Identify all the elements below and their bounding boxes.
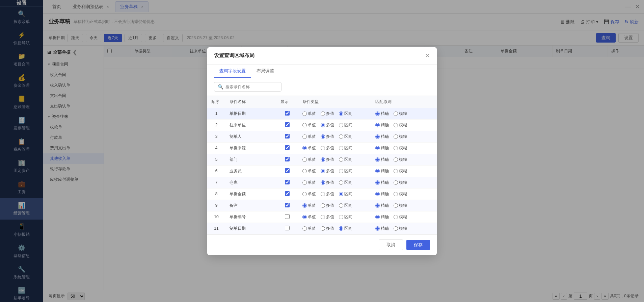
show-checkbox[interactable] (285, 157, 290, 161)
type-radio-单值[interactable]: 单值 (302, 203, 316, 208)
type-radio-区间[interactable]: 区间 (339, 226, 352, 231)
type-radio-单值[interactable]: 单值 (302, 191, 316, 197)
type-radio-区间[interactable]: 区间 (339, 157, 352, 162)
match-radio-模糊[interactable]: 模糊 (394, 226, 407, 231)
modal-search-input[interactable] (225, 84, 278, 89)
type-radio-区间[interactable]: 区间 (339, 145, 352, 151)
match-radio-模糊[interactable]: 模糊 (394, 180, 407, 185)
type-radio-单值[interactable]: 单值 (302, 134, 316, 140)
match-radio-模糊[interactable]: 模糊 (394, 203, 407, 208)
match-radio-精确[interactable]: 精确 (375, 145, 389, 151)
type-radio-区间[interactable]: 区间 (339, 191, 352, 197)
show-checkbox[interactable] (285, 203, 290, 207)
match-radio-模糊[interactable]: 模糊 (394, 168, 407, 174)
row-show[interactable] (276, 200, 298, 211)
row-show[interactable] (276, 108, 298, 119)
match-radio-模糊[interactable]: 模糊 (394, 191, 407, 197)
row-type: 单值多值区间 (298, 165, 371, 177)
match-radio-精确[interactable]: 精确 (375, 203, 389, 208)
match-radio-模糊[interactable]: 模糊 (394, 214, 407, 220)
match-radio-精确[interactable]: 精确 (375, 122, 389, 128)
type-radio-多值[interactable]: 多值 (321, 111, 334, 117)
row-match: 精确模糊 (371, 223, 437, 234)
modal-table-wrap: 顺序 条件名称 显示 条件类型 匹配原则 1单据日期单值多值区间精确模糊2往来单… (207, 96, 437, 234)
row-match: 精确模糊 (371, 142, 437, 154)
row-match: 精确模糊 (371, 165, 437, 177)
cancel-button[interactable]: 取消 (379, 240, 403, 250)
row-match: 精确模糊 (371, 119, 437, 131)
type-radio-区间[interactable]: 区间 (339, 203, 352, 208)
type-radio-区间[interactable]: 区间 (339, 111, 352, 117)
type-radio-单值[interactable]: 单值 (302, 145, 316, 151)
modal-tab-layout[interactable]: 布局调整 (251, 65, 279, 78)
row-show[interactable] (276, 131, 298, 142)
show-checkbox[interactable] (285, 122, 290, 127)
search-wrap: 🔍 (214, 82, 281, 92)
type-radio-多值[interactable]: 多值 (321, 226, 334, 231)
type-radio-区间[interactable]: 区间 (339, 134, 352, 140)
match-radio-精确[interactable]: 精确 (375, 168, 389, 174)
match-radio-精确[interactable]: 精确 (375, 191, 389, 197)
type-radio-多值[interactable]: 多值 (321, 122, 334, 128)
type-radio-多值[interactable]: 多值 (321, 168, 334, 174)
show-checkbox[interactable] (285, 145, 290, 150)
row-show[interactable] (276, 154, 298, 165)
type-radio-多值[interactable]: 多值 (321, 145, 334, 151)
row-show[interactable] (276, 188, 298, 200)
match-radio-精确[interactable]: 精确 (375, 111, 389, 117)
type-radio-区间[interactable]: 区间 (339, 214, 352, 220)
type-radio-单值[interactable]: 单值 (302, 122, 316, 128)
match-radio-模糊[interactable]: 模糊 (394, 122, 407, 128)
row-show[interactable] (276, 223, 298, 234)
type-radio-多值[interactable]: 多值 (321, 191, 334, 197)
match-radio-模糊[interactable]: 模糊 (394, 134, 407, 140)
show-checkbox[interactable] (285, 168, 290, 173)
match-radio-精确[interactable]: 精确 (375, 226, 389, 231)
match-radio-模糊[interactable]: 模糊 (394, 157, 407, 162)
show-checkbox[interactable] (285, 180, 290, 184)
row-match: 精确模糊 (371, 154, 437, 165)
row-show[interactable] (276, 119, 298, 131)
match-radio-精确[interactable]: 精确 (375, 180, 389, 185)
show-checkbox[interactable] (285, 214, 290, 219)
match-radio-精确[interactable]: 精确 (375, 134, 389, 140)
match-radio-模糊[interactable]: 模糊 (394, 145, 407, 151)
show-checkbox[interactable] (285, 226, 290, 230)
row-match: 精确模糊 (371, 200, 437, 211)
row-show[interactable] (276, 165, 298, 177)
type-radio-多值[interactable]: 多值 (321, 203, 334, 208)
type-radio-区间[interactable]: 区间 (339, 168, 352, 174)
row-order: 11 (207, 223, 225, 234)
type-radio-多值[interactable]: 多值 (321, 214, 334, 220)
match-radio-精确[interactable]: 精确 (375, 157, 389, 162)
show-checkbox[interactable] (285, 191, 290, 196)
type-radio-区间[interactable]: 区间 (339, 180, 352, 185)
type-radio-多值[interactable]: 多值 (321, 157, 334, 162)
type-radio-多值[interactable]: 多值 (321, 180, 334, 185)
row-show[interactable] (276, 142, 298, 154)
row-order: 5 (207, 154, 225, 165)
modal-tab-fields[interactable]: 查询字段设置 (214, 65, 251, 78)
type-radio-单值[interactable]: 单值 (302, 168, 316, 174)
row-name: 备注 (225, 200, 276, 211)
row-show[interactable] (276, 177, 298, 188)
type-radio-多值[interactable]: 多值 (321, 134, 334, 140)
type-radio-单值[interactable]: 单值 (302, 180, 316, 185)
match-radio-模糊[interactable]: 模糊 (394, 111, 407, 117)
show-checkbox[interactable] (285, 134, 290, 139)
type-radio-单值[interactable]: 单值 (302, 214, 316, 220)
row-name: 往来单位 (225, 119, 276, 131)
show-checkbox[interactable] (285, 111, 290, 116)
col-name-header: 条件名称 (225, 96, 276, 108)
match-radio-精确[interactable]: 精确 (375, 214, 389, 220)
type-radio-单值[interactable]: 单值 (302, 157, 316, 162)
modal-close-button[interactable]: ✕ (425, 52, 430, 59)
row-name: 制单日期 (225, 223, 276, 234)
row-show[interactable] (276, 211, 298, 223)
type-radio-单值[interactable]: 单值 (302, 226, 316, 231)
type-radio-单值[interactable]: 单值 (302, 111, 316, 117)
type-radio-区间[interactable]: 区间 (339, 122, 352, 128)
row-name: 仓库 (225, 177, 276, 188)
col-match-header: 匹配原则 (371, 96, 437, 108)
confirm-save-button[interactable]: 保存 (406, 240, 430, 250)
